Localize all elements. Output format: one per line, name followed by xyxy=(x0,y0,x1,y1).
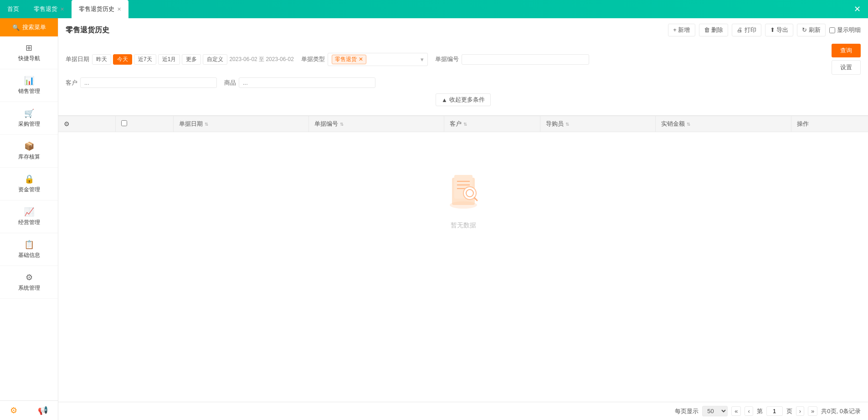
date-btn-近1月[interactable]: 近1月 xyxy=(158,54,180,65)
query-button[interactable]: 查询 xyxy=(832,44,861,57)
select-all-checkbox[interactable] xyxy=(121,120,127,126)
sidebar-label-system: 系统管理 xyxy=(18,284,40,292)
sidebar-item-quick-nav[interactable]: ⊞ 快捷导航 xyxy=(0,36,58,69)
th-amount[interactable]: 实销金额⇅ xyxy=(656,116,791,132)
per-page-select[interactable]: 102050100 xyxy=(702,406,728,416)
doc-num-filter-item: 单据编号 xyxy=(435,54,589,65)
filter-row-1: 单据日期 昨天今天近7天近1月更多自定义2023-06-02 至 2023-06… xyxy=(66,41,861,77)
date-range: 2023-06-02 至 2023-06-02 xyxy=(229,56,293,63)
search-icon: 🔍 xyxy=(12,24,20,31)
export-button[interactable]: ⬆ 导出 xyxy=(765,24,794,36)
empty-state: 暂无数据 xyxy=(58,132,868,266)
mute-icon[interactable]: 📢 xyxy=(38,405,48,415)
sales-icon: 📊 xyxy=(24,76,34,86)
date-btn-更多[interactable]: 更多 xyxy=(182,54,201,65)
new-button[interactable]: + 新增 xyxy=(668,24,695,36)
table-settings-icon[interactable]: ⚙ xyxy=(64,120,70,128)
show-detail-checkbox[interactable]: 显示明细 xyxy=(829,26,861,34)
date-btn-今天[interactable]: 今天 xyxy=(113,54,132,65)
operations-icon: 📈 xyxy=(24,207,34,217)
col-label-customer: 客户 xyxy=(450,120,462,128)
print-button[interactable]: 🖨 打印 xyxy=(732,24,761,36)
refresh-button[interactable]: ↻ 刷新 xyxy=(797,24,826,36)
sort-icon-amount[interactable]: ⇅ xyxy=(687,122,690,127)
prev-page-button[interactable]: ‹ xyxy=(745,406,753,416)
th-docNum[interactable]: 单据编号⇅ xyxy=(308,116,444,132)
finance-icon: 🔒 xyxy=(24,174,34,184)
col-label-docDate: 单据日期 xyxy=(179,120,203,128)
delete-button[interactable]: 🗑 删除 xyxy=(699,24,729,36)
last-page-button[interactable]: » xyxy=(808,406,817,416)
page-label: 第 xyxy=(757,407,763,415)
settings-button[interactable]: 设置 xyxy=(832,60,861,75)
doc-type-label: 单据类型 xyxy=(301,55,325,63)
sidebar-item-operations[interactable]: 📈 经营管理 xyxy=(0,200,58,233)
goods-filter-item: 商品 xyxy=(224,77,375,88)
pagination-bar: 每页显示 102050100 « ‹ 第 页 › » 共0页, 0条记录 xyxy=(58,402,868,420)
th-guide[interactable]: 导购员⇅ xyxy=(540,116,656,132)
sidebar-search-label: 搜索菜单 xyxy=(22,23,46,31)
sidebar-item-sales[interactable]: 📊 销售管理 xyxy=(0,69,58,102)
sidebar-label-operations: 经营管理 xyxy=(18,219,40,226)
col-label-ops: 操作 xyxy=(797,120,809,127)
page-title: 零售退货历史 xyxy=(66,26,109,35)
col-label-amount: 实销金额 xyxy=(661,120,685,128)
data-table: ⚙单据日期⇅单据编号⇅客户⇅导购员⇅实销金额⇅操作 xyxy=(58,116,868,132)
purchase-icon: 🛒 xyxy=(24,108,34,118)
sidebar-items: ⊞ 快捷导航 📊 销售管理 🛒 采购管理 📦 库存核算 🔒 资金管理 📈 经营管… xyxy=(0,36,58,400)
sidebar-label-finance: 资金管理 xyxy=(18,186,40,194)
goods-label: 商品 xyxy=(224,79,236,87)
col-label-docNum: 单据编号 xyxy=(314,120,338,128)
sidebar-item-system[interactable]: ⚙ 系统管理 xyxy=(0,266,58,299)
tab-close-icon[interactable]: ✕ xyxy=(117,6,121,12)
page-header: 零售退货历史 + 新增 🗑 删除 🖨 打印 ⬆ 导出 ↻ 刷新 显示明细 xyxy=(58,18,868,116)
th-ops: 操作 xyxy=(791,116,868,132)
sidebar-item-finance[interactable]: 🔒 资金管理 xyxy=(0,168,58,200)
top-tab-首页[interactable]: 首页 xyxy=(0,0,26,18)
customer-input[interactable] xyxy=(80,77,217,88)
th-customer[interactable]: 客户⇅ xyxy=(444,116,540,132)
first-page-button[interactable]: « xyxy=(731,406,741,416)
th-checkbox xyxy=(115,116,173,132)
sort-icon-customer[interactable]: ⇅ xyxy=(463,122,467,127)
sidebar-item-inventory[interactable]: 📦 库存核算 xyxy=(0,135,58,168)
per-page-label: 每页显示 xyxy=(675,407,699,415)
doc-num-input[interactable] xyxy=(462,54,589,65)
page-num-input[interactable] xyxy=(766,406,783,416)
system-icon: ⚙ xyxy=(26,272,33,282)
inventory-icon: 📦 xyxy=(24,141,34,151)
filter-area: 单据日期 昨天今天近7天近1月更多自定义2023-06-02 至 2023-06… xyxy=(66,41,861,115)
sidebar-label-inventory: 库存核算 xyxy=(18,153,40,161)
doc-type-select[interactable]: 零售退货 ✕ ▾ xyxy=(328,53,428,66)
main-layout: 🔍 搜索菜单 ⊞ 快捷导航 📊 销售管理 🛒 采购管理 📦 库存核算 🔒 资金管… xyxy=(0,18,868,420)
sidebar-item-basic-info[interactable]: 📋 基础信息 xyxy=(0,233,58,266)
doc-type-tag-remove[interactable]: ✕ xyxy=(359,56,363,62)
sidebar-label-quick-nav: 快捷导航 xyxy=(18,55,40,62)
date-btn-近7天[interactable]: 近7天 xyxy=(134,54,156,65)
th-docDate[interactable]: 单据日期⇅ xyxy=(173,116,308,132)
next-page-button[interactable]: › xyxy=(796,406,804,416)
sort-icon-docDate[interactable]: ⇅ xyxy=(205,122,208,127)
doc-type-filter-item: 单据类型 零售退货 ✕ ▾ xyxy=(301,53,428,66)
tab-close-icon[interactable]: ✕ xyxy=(60,6,64,12)
sidebar-search-button[interactable]: 🔍 搜索菜单 xyxy=(0,18,58,36)
goods-input[interactable] xyxy=(239,77,375,88)
quick-nav-icon: ⊞ xyxy=(26,43,32,53)
date-btn-昨天[interactable]: 昨天 xyxy=(92,54,111,65)
sidebar-label-sales: 销售管理 xyxy=(18,87,40,95)
sort-icon-guide[interactable]: ⇅ xyxy=(565,122,569,127)
collapse-button[interactable]: ▲ 收起更多条件 xyxy=(436,93,491,106)
table-header-row: ⚙单据日期⇅单据编号⇅客户⇅导购员⇅实销金额⇅操作 xyxy=(58,116,868,132)
show-detail-input[interactable] xyxy=(829,27,835,33)
top-tab-零售退货历史[interactable]: 零售退货历史✕ xyxy=(72,0,128,18)
sort-icon-docNum[interactable]: ⇅ xyxy=(340,122,344,127)
window-close-button[interactable]: ✕ xyxy=(847,0,868,18)
page-unit-label: 页 xyxy=(786,407,792,415)
sidebar-item-purchase[interactable]: 🛒 采购管理 xyxy=(0,102,58,135)
top-tab-零售退货[interactable]: 零售退货✕ xyxy=(26,0,72,18)
date-btn-自定义[interactable]: 自定义 xyxy=(203,54,227,65)
basic-info-icon: 📋 xyxy=(24,240,34,250)
sidebar-label-basic-info: 基础信息 xyxy=(18,251,40,259)
settings-icon[interactable]: ⚙ xyxy=(10,405,17,415)
collapse-label: 收起更多条件 xyxy=(449,96,485,104)
